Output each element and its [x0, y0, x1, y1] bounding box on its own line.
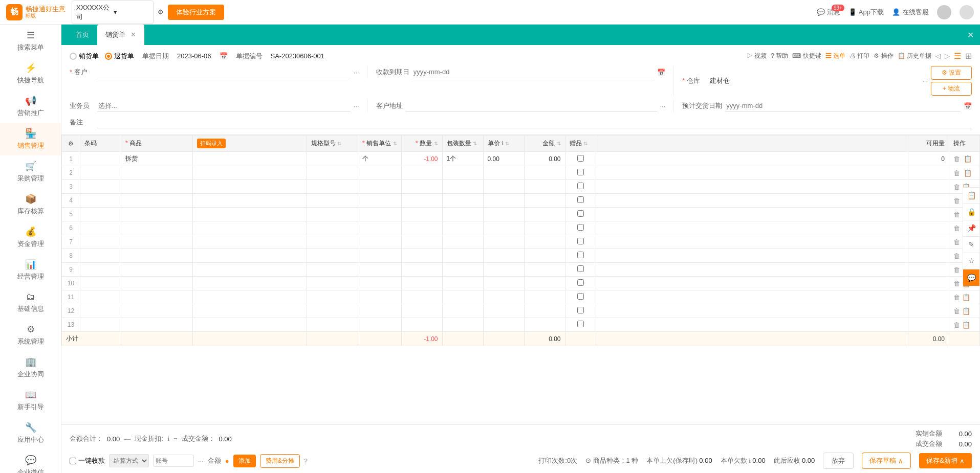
trial-button[interactable]: 体验行业方案 — [168, 5, 224, 20]
gift-checkbox-9[interactable] — [577, 265, 584, 272]
sidebar-item-inventory[interactable]: 📦 库存核算 — [0, 188, 61, 221]
grid-view-icon[interactable]: ⊞ — [965, 51, 972, 61]
one-click-checkbox[interactable] — [70, 458, 76, 464]
gift-checkbox-3[interactable] — [577, 183, 584, 189]
copy-icon-2[interactable]: 📋 — [964, 169, 972, 177]
help-button[interactable]: ? 帮助 — [771, 52, 788, 60]
sidebar-item-guide[interactable]: 📖 新手引导 — [0, 384, 61, 417]
gift-checkbox-8[interactable] — [577, 252, 584, 258]
setting-button[interactable]: ⚙ 设置 — [931, 66, 972, 80]
close-all-button[interactable]: ✕ — [967, 30, 974, 40]
account-input[interactable] — [153, 455, 194, 467]
gear-icon[interactable]: ⚙ — [158, 8, 164, 16]
copy-icon-1[interactable]: 📋 — [964, 155, 972, 163]
delete-icon-9[interactable]: 🗑 — [953, 266, 960, 274]
customer-input[interactable] — [97, 66, 351, 78]
delete-icon-5[interactable]: 🗑 — [953, 211, 960, 218]
delete-icon-11[interactable]: 🗑 — [953, 294, 960, 301]
gift-checkbox-2[interactable] — [577, 169, 584, 175]
gift-checkbox-12[interactable] — [577, 307, 584, 313]
prev-icon[interactable]: ◁ — [935, 52, 941, 60]
delete-icon-4[interactable]: 🗑 — [953, 197, 960, 205]
settlement-select[interactable]: 结算方式 — [109, 454, 149, 467]
save-new-button[interactable]: 保存&新增 ∧ — [919, 453, 972, 468]
company-selector[interactable]: XXXXXX公司 ▾ — [72, 1, 154, 24]
float-btn-4[interactable]: ✎ — [963, 237, 979, 253]
operation-button[interactable]: ⚙ 操作 — [874, 52, 893, 60]
delete-icon-12[interactable]: 🗑 — [953, 307, 960, 315]
sidebar-item-operations[interactable]: 📊 经营管理 — [0, 254, 61, 286]
sidebar-item-quick-nav[interactable]: ⚡ 快捷导航 — [0, 57, 61, 90]
sidebar-item-system[interactable]: ⚙ 系统管理 — [0, 319, 61, 351]
due-date-input[interactable] — [412, 66, 655, 78]
add-icon[interactable]: ● — [225, 457, 229, 465]
sidebar-item-sales[interactable]: 🏪 销售管理 — [0, 123, 61, 155]
message-button[interactable]: 💬 消息 99+ — [817, 8, 840, 17]
sidebar-item-marketing[interactable]: 📢 营销推广 — [0, 90, 61, 123]
print-button[interactable]: 🖨 打印 — [850, 52, 869, 60]
sidebar-item-purchase[interactable]: 🛒 采购管理 — [0, 155, 61, 188]
sidebar-item-basics[interactable]: 🗂 基础信息 — [0, 286, 61, 319]
float-btn-3[interactable]: 📌 — [963, 220, 979, 237]
customer-more-icon[interactable]: ··· — [354, 69, 359, 76]
tab-sales-order[interactable]: 销货单 ✕ — [97, 25, 144, 45]
salesperson-more-icon[interactable]: ··· — [354, 102, 359, 110]
sidebar-item-apps[interactable]: 🔧 应用中心 — [0, 417, 61, 449]
customer-addr-input[interactable] — [406, 100, 657, 112]
expected-date-input[interactable] — [725, 100, 961, 112]
gift-checkbox-11[interactable] — [577, 293, 584, 300]
warehouse-more-icon[interactable]: ··· — [922, 77, 928, 85]
radio-sales[interactable]: 销货单 — [70, 52, 99, 61]
next-icon[interactable]: ▷ — [945, 52, 950, 60]
delete-icon-10[interactable]: 🗑 — [953, 280, 960, 287]
gift-checkbox-5[interactable] — [577, 210, 584, 217]
app-download-button[interactable]: 📱 App下载 — [848, 8, 884, 17]
sidebar-item-search[interactable]: ☰ 搜索菜单 — [0, 25, 61, 57]
delete-icon-7[interactable]: 🗑 — [953, 238, 960, 246]
calendar-icon[interactable]: 📅 — [220, 52, 228, 60]
float-btn-1[interactable]: 📋 — [963, 188, 979, 204]
expected-date-calendar-icon[interactable]: 📅 — [964, 102, 972, 110]
gift-checkbox-7[interactable] — [577, 238, 584, 244]
product-type[interactable]: ⊙ 商品种类：1 种 — [585, 456, 638, 465]
sidebar-item-enterprise[interactable]: 🏢 企业协同 — [0, 351, 61, 384]
account-more-icon[interactable]: ··· — [198, 457, 204, 465]
fee-info-icon[interactable]: ? — [304, 457, 308, 465]
delete-icon-8[interactable]: 🗑 — [953, 252, 960, 260]
save-draft-button[interactable]: 保存草稿 ∧ — [862, 453, 911, 469]
scan-button[interactable]: 扫码录入 — [197, 139, 226, 148]
one-click-pay-check[interactable]: 一键收款 — [70, 456, 105, 465]
discount-info-icon[interactable]: ℹ — [167, 436, 169, 442]
delete-icon-13[interactable]: 🗑 — [953, 321, 960, 329]
delete-icon-6[interactable]: 🗑 — [953, 224, 960, 232]
logistics-button[interactable]: + 物流 — [931, 82, 972, 96]
addr-more-icon[interactable]: ··· — [660, 102, 666, 110]
tab-home[interactable]: 首页 — [68, 25, 97, 45]
copy-icon-13[interactable]: 📋 — [962, 321, 970, 329]
float-btn-2[interactable]: 🔒 — [963, 204, 979, 220]
fee-button[interactable]: 费用&分摊 — [260, 454, 300, 468]
salesperson-input[interactable] — [97, 100, 351, 112]
col-header-settings[interactable]: ⚙ — [62, 136, 80, 152]
list-view-icon[interactable]: ☰ — [954, 51, 961, 61]
note-input[interactable] — [97, 116, 972, 128]
history-button[interactable]: 📋 历史单据 — [898, 52, 931, 60]
add-button[interactable]: 添加 — [233, 455, 256, 467]
due-date-calendar-icon[interactable]: 📅 — [657, 69, 665, 76]
gift-checkbox-13[interactable] — [577, 321, 584, 327]
discard-button[interactable]: 放弃 — [823, 453, 854, 469]
video-button[interactable]: ▷ 视频 — [747, 52, 767, 60]
menu-button[interactable]: ☰ 选单 — [825, 52, 845, 60]
gift-checkbox-4[interactable] — [577, 196, 584, 203]
radio-return[interactable]: 退货单 — [105, 52, 134, 61]
gift-checkbox-1[interactable] — [577, 155, 584, 162]
tab-close-icon[interactable]: ✕ — [130, 31, 136, 38]
gift-checkbox-6[interactable] — [577, 224, 584, 231]
gift-checkbox-10[interactable] — [577, 279, 584, 286]
copy-icon-12[interactable]: 📋 — [962, 307, 970, 315]
sidebar-item-finance[interactable]: 💰 资金管理 — [0, 221, 61, 254]
sidebar-item-wechat[interactable]: 💬 企业微信 — [0, 449, 61, 473]
float-btn-6[interactable]: 💬 — [963, 269, 979, 286]
float-btn-5[interactable]: ☆ — [963, 253, 979, 269]
copy-icon-11[interactable]: 📋 — [962, 294, 970, 301]
